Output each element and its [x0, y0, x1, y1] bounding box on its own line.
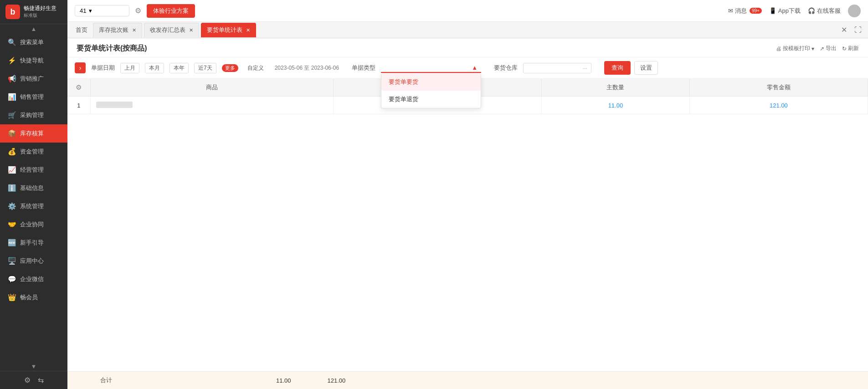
tab-label-1: 库存批次账: [99, 26, 128, 34]
cell-product-0: [90, 97, 333, 114]
footer-label: 合计: [91, 376, 121, 384]
sidebar-item-0[interactable]: 🔍 搜索菜单: [0, 33, 67, 51]
print-btn[interactable]: 🖨 按模板打印 ▾: [776, 45, 814, 52]
nav-label-11: 新手引导: [20, 239, 44, 247]
sidebar-item-7[interactable]: 📈 经营管理: [0, 161, 67, 179]
message-btn[interactable]: ✉ 消息 99+: [728, 7, 762, 15]
main-area: 41 ▾ ⚙ 体验行业方案 ✉ 消息 99+ 📱 App下载 🎧 在线客服: [67, 0, 868, 389]
sidebar-scroll-down[interactable]: ▼: [0, 362, 67, 371]
th-qty: 主数量: [541, 79, 689, 97]
tab-1[interactable]: 库存批次账✕: [93, 23, 142, 37]
dropdown-item-0[interactable]: 要货单要货: [381, 73, 481, 91]
type-select-box[interactable]: ▲: [381, 63, 481, 73]
nav-icon-3: 📊: [7, 92, 16, 102]
topbar-right: ✉ 消息 99+ 📱 App下载 🎧 在线客服: [728, 5, 861, 17]
nav-label-8: 基础信息: [20, 184, 44, 192]
sidebar-item-10[interactable]: 🤝 企业协同: [0, 215, 67, 234]
sidebar-item-2[interactable]: 📢 营销推广: [0, 70, 67, 88]
message-badge: 99+: [750, 8, 762, 14]
sidebar-scroll-up[interactable]: ▲: [0, 24, 67, 33]
sidebar-item-13[interactable]: 💬 企业微信: [0, 270, 67, 288]
tab-close-1[interactable]: ✕: [132, 27, 136, 33]
sidebar-item-14[interactable]: 👑 畅会员: [0, 288, 67, 307]
topbar-left: 41 ▾ ⚙ 体验行业方案: [75, 4, 195, 18]
tabbar: 首页库存批次账✕收发存汇总表✕要货单统计表✕ ✕ ⛶: [67, 22, 868, 38]
footer-amount: 121.00: [309, 377, 364, 384]
logo-title: 畅捷通好生意: [24, 5, 56, 12]
avatar[interactable]: [848, 5, 861, 17]
maximize-window-btn[interactable]: ⛶: [853, 26, 863, 34]
nav-icon-7: 📈: [7, 165, 16, 174]
online-service-btn[interactable]: 🎧 在线客服: [808, 7, 841, 15]
chevron-down-icon: ▾: [812, 46, 814, 52]
table-footer: 合计 11.00 121.00: [67, 371, 868, 389]
nav-label-6: 资金管理: [20, 148, 44, 156]
settings-icon[interactable]: ⚙: [21, 374, 34, 386]
sidebar-item-12[interactable]: 🖥️ 应用中心: [0, 252, 67, 270]
type-select-wrapper: ▲ 要货单要货 要货单退货: [381, 63, 481, 73]
warehouse-select-box[interactable]: ···: [523, 63, 591, 73]
close-window-btn[interactable]: ✕: [839, 26, 849, 34]
download-icon: 📱: [769, 7, 776, 14]
industry-btn[interactable]: 体验行业方案: [147, 4, 195, 18]
table-wrap: ⚙ 商品 主计量单位 主数量 零售金额 1 块 11.00 121.00: [67, 79, 868, 371]
sidebar-item-1[interactable]: ⚡ 快捷导航: [0, 51, 67, 70]
message-icon: ✉: [728, 7, 733, 14]
setting-btn[interactable]: 设置: [634, 61, 658, 75]
date-this-year-btn[interactable]: 本年: [169, 63, 189, 73]
tab-home[interactable]: 首页: [72, 23, 91, 37]
tab-close-2[interactable]: ✕: [189, 27, 193, 33]
warehouse-label: 要货仓库: [494, 64, 518, 72]
cell-amount-0: 121.00: [689, 97, 868, 114]
sidebar-item-6[interactable]: 💰 资金管理: [0, 143, 67, 161]
export-icon: ↗: [820, 46, 824, 52]
sidebar-item-9[interactable]: ⚙️ 系统管理: [0, 197, 67, 215]
nav-icon-4: 🛒: [7, 111, 16, 120]
tab-label-3: 要货单统计表: [207, 26, 242, 34]
nav-icon-13: 💬: [7, 275, 16, 284]
date-range-display: 2023-05-06 至 2023-06-06: [275, 64, 339, 72]
sidebar-item-5[interactable]: 📦 库存核算: [0, 124, 67, 143]
chevron-down-icon: ▾: [89, 7, 92, 14]
nav-icon-0: 🔍: [7, 38, 16, 47]
nav-label-5: 库存核算: [20, 129, 44, 138]
logo-sub: 标准版: [24, 12, 56, 19]
company-selector[interactable]: 41 ▾: [75, 5, 129, 16]
nav-icon-14: 👑: [7, 293, 16, 302]
type-select-arrow: ▲: [472, 64, 478, 71]
tab-close-3[interactable]: ✕: [246, 27, 250, 33]
cell-qty-0: 11.00: [541, 97, 689, 114]
export-btn[interactable]: ↗ 导出: [820, 45, 837, 52]
collapse-btn[interactable]: ⇆: [34, 374, 47, 386]
app-download-btn[interactable]: 📱 App下载: [769, 7, 801, 15]
sidebar-item-8[interactable]: ℹ️ 基础信息: [0, 179, 67, 197]
headset-icon: 🎧: [808, 7, 815, 14]
refresh-btn[interactable]: ↻ 刷新: [842, 45, 859, 52]
date-this-month-btn[interactable]: 本月: [145, 63, 164, 73]
dropdown-item-1[interactable]: 要货单退货: [381, 91, 481, 108]
tab-2[interactable]: 收发存汇总表✕: [144, 23, 199, 37]
nav-icon-5: 📦: [7, 129, 16, 138]
date-more-btn[interactable]: 更多: [222, 64, 238, 72]
nav-icon-12: 🖥️: [7, 256, 16, 266]
nav-icon-9: ⚙️: [7, 202, 16, 211]
table-gear-icon[interactable]: ⚙: [76, 83, 82, 91]
sidebar-item-11[interactable]: 🆕 新手引导: [0, 234, 67, 252]
query-btn[interactable]: 查询: [604, 61, 631, 75]
filter-expand-btn[interactable]: ›: [75, 62, 86, 73]
date-custom-btn[interactable]: 自定义: [244, 63, 267, 73]
sidebar-item-3[interactable]: 📊 销售管理: [0, 88, 67, 106]
page-header: 要货单统计表(按商品) 🖨 按模板打印 ▾ ↗ 导出 ↻ 刷新: [67, 38, 868, 57]
date-last7-btn[interactable]: 近7天: [194, 63, 216, 73]
date-upper-btn[interactable]: 上月: [120, 63, 139, 73]
tab-3[interactable]: 要货单统计表✕: [201, 23, 256, 37]
refresh-icon: ↻: [842, 46, 847, 52]
sidebar-item-4[interactable]: 🛒 采购管理: [0, 106, 67, 124]
nav-label-10: 企业协同: [20, 220, 44, 229]
cell-index-0: 1: [67, 97, 90, 114]
nav-icon-11: 🆕: [7, 238, 16, 247]
settings-topbar-icon[interactable]: ⚙: [135, 6, 141, 15]
nav-label-4: 采购管理: [20, 111, 44, 119]
nav-icon-2: 📢: [7, 74, 16, 83]
nav-label-7: 经营管理: [20, 166, 44, 174]
